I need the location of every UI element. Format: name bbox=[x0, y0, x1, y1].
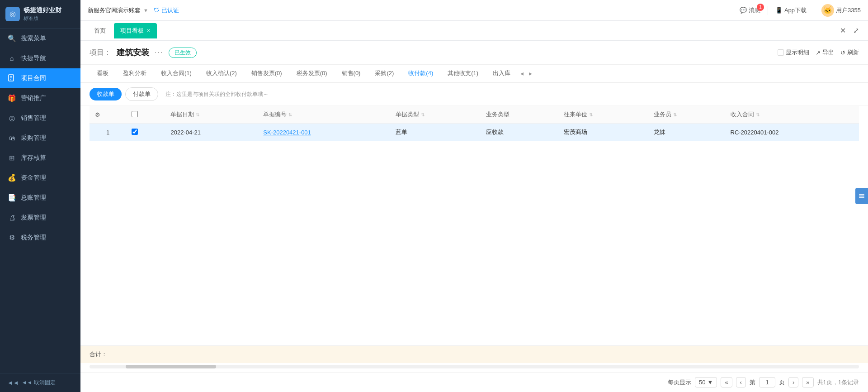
sort-icon: ⇅ bbox=[589, 112, 593, 117]
subtab-tax-invoice[interactable]: 税务发票(0) bbox=[289, 65, 335, 83]
total-row: 合计： bbox=[80, 345, 868, 363]
table-wrap: ⚙ 单据日期 ⇅ bbox=[80, 106, 868, 345]
show-detail-toggle[interactable]: 显示明细 bbox=[778, 48, 809, 57]
th-number-label: 单据编号 bbox=[263, 110, 287, 119]
subtab-income-contract[interactable]: 收入合同(1) bbox=[154, 65, 199, 83]
horizontal-scrollbar[interactable] bbox=[90, 365, 859, 368]
project-more-button[interactable]: ··· bbox=[155, 48, 163, 57]
table-row[interactable]: 1 2022-04-21 SK-20220421-001 蓝单 应收款 宏茂商场 bbox=[90, 124, 859, 141]
tabbar-controls: ✕ ⤢ bbox=[838, 24, 861, 37]
th-date-label: 单据日期 bbox=[170, 110, 194, 119]
unpin-label: ◄◄ 取消固定 bbox=[22, 379, 56, 387]
subtab-prev-button[interactable]: ◂ bbox=[518, 66, 526, 81]
sidebar-item-sales[interactable]: ◎ 销售管理 bbox=[0, 108, 80, 128]
search-icon: 🔍 bbox=[7, 34, 16, 43]
contract-icon bbox=[7, 74, 16, 83]
th-salesperson[interactable]: 业务员 ⇅ bbox=[648, 106, 725, 124]
sidebar-item-marketing[interactable]: 🎁 营销推广 bbox=[0, 88, 80, 108]
th-type[interactable]: 单据类型 ⇅ bbox=[390, 106, 480, 124]
refresh-icon: ↺ bbox=[840, 49, 845, 56]
phone-icon: 📱 bbox=[775, 7, 783, 14]
topbar-project[interactable]: 新服务官网演示账套 ▼ bbox=[88, 6, 148, 14]
row-checkbox[interactable] bbox=[132, 129, 138, 135]
subtab-income-confirm[interactable]: 收入确认(2) bbox=[199, 65, 244, 83]
row-number-cell[interactable]: SK-20220421-001 bbox=[258, 124, 390, 141]
sidebar-item-tax[interactable]: ⚙ 税务管理 bbox=[0, 228, 80, 248]
subtab-receipt[interactable]: 收付款(4) bbox=[401, 65, 440, 83]
sidebar-item-label: 库存核算 bbox=[21, 154, 46, 162]
messages-button[interactable]: 💬 消息 1 bbox=[740, 6, 760, 14]
show-detail-checkbox[interactable] bbox=[778, 49, 784, 56]
subtab-stock[interactable]: 出入库 bbox=[486, 65, 518, 83]
receipt-filter-button[interactable]: 收款单 bbox=[90, 88, 122, 100]
th-partner[interactable]: 往来单位 ⇅ bbox=[558, 106, 648, 124]
subtab-purchase[interactable]: 采购(2) bbox=[368, 65, 401, 83]
subtab-board[interactable]: 看板 bbox=[90, 65, 116, 83]
project-header: 项目： 建筑安装 ··· 已生效 显示明细 ↗ 导出 ↺ 刷新 bbox=[80, 41, 868, 65]
sidebar-item-purchase[interactable]: 🛍 采购管理 bbox=[0, 128, 80, 148]
sidebar-item-contract[interactable]: 项目合同 bbox=[0, 68, 80, 88]
sidebar-item-label: 营销推广 bbox=[21, 94, 46, 102]
per-page-select[interactable]: 50 ▼ bbox=[695, 377, 717, 387]
sidebar-item-label: 税务管理 bbox=[21, 234, 46, 242]
th-income-contract[interactable]: 收入合同 ⇅ bbox=[725, 106, 859, 124]
prev-page-button[interactable]: ‹ bbox=[736, 377, 746, 387]
next-page-button[interactable]: › bbox=[788, 377, 798, 387]
subtab-next-button[interactable]: ▸ bbox=[526, 66, 535, 81]
th-checkbox bbox=[126, 106, 165, 124]
svg-rect-6 bbox=[859, 197, 864, 198]
refresh-button[interactable]: ↺ 刷新 bbox=[840, 48, 859, 57]
page-label: 第 bbox=[750, 378, 755, 387]
payment-filter-button[interactable]: 付款单 bbox=[125, 87, 158, 101]
tab-close-window-button[interactable]: ✕ bbox=[838, 24, 848, 37]
topbar-divider bbox=[768, 6, 768, 15]
sidebar-item-inventory[interactable]: ⊞ 库存核算 bbox=[0, 148, 80, 168]
content-area: 项目： 建筑安装 ··· 已生效 显示明细 ↗ 导出 ↺ 刷新 bbox=[80, 41, 868, 392]
purchase-icon: 🛍 bbox=[7, 134, 16, 143]
per-page-dropdown-icon: ▼ bbox=[708, 379, 713, 386]
th-biz-type-label: 业务类型 bbox=[486, 111, 509, 118]
sort-icon: ⇅ bbox=[288, 112, 292, 117]
th-gear[interactable]: ⚙ bbox=[90, 106, 126, 124]
unpin-icon: ◄◄ bbox=[7, 379, 19, 386]
home-icon: ⌂ bbox=[7, 54, 16, 63]
show-detail-label: 显示明细 bbox=[786, 48, 809, 57]
gear-icon[interactable]: ⚙ bbox=[95, 111, 100, 118]
app-download-button[interactable]: 📱 App下载 bbox=[775, 6, 807, 14]
messages-badge: 1 bbox=[757, 4, 764, 11]
first-page-button[interactable]: « bbox=[721, 377, 732, 387]
row-type: 蓝单 bbox=[390, 124, 480, 141]
sales-icon: ◎ bbox=[7, 114, 16, 123]
sidebar-item-invoice[interactable]: 🖨 发票管理 bbox=[0, 208, 80, 228]
user-label: 用户3355 bbox=[836, 6, 861, 14]
th-date[interactable]: 单据日期 ⇅ bbox=[165, 106, 258, 124]
sidebar-unpin-button[interactable]: ◄◄ ◄◄ 取消固定 bbox=[0, 373, 80, 392]
row-doc-link[interactable]: SK-20220421-001 bbox=[263, 129, 311, 136]
sidebar-item-finance[interactable]: 💰 资金管理 bbox=[0, 168, 80, 188]
row-partner: 宏茂商场 bbox=[558, 124, 648, 141]
tab-close-icon[interactable]: ✕ bbox=[146, 28, 151, 33]
tab-board[interactable]: 项目看板 ✕ bbox=[114, 23, 157, 38]
project-status-badge: 已生效 bbox=[169, 48, 197, 58]
sort-icon: ⇅ bbox=[421, 112, 425, 117]
subtab-profit[interactable]: 盈利分析 bbox=[116, 65, 154, 83]
last-page-button[interactable]: » bbox=[802, 377, 813, 387]
subtab-sales[interactable]: 销售(0) bbox=[335, 65, 368, 83]
row-checkbox-cell bbox=[126, 124, 165, 141]
user-menu[interactable]: 🐱 用户3355 bbox=[821, 4, 861, 17]
sidebar-item-search[interactable]: 🔍 搜索菜单 bbox=[0, 29, 80, 48]
page-input[interactable] bbox=[759, 377, 775, 387]
export-label: 导出 bbox=[822, 48, 834, 57]
select-all-checkbox[interactable] bbox=[132, 111, 138, 117]
subtab-sales-invoice[interactable]: 销售发票(0) bbox=[244, 65, 289, 83]
side-panel-button[interactable] bbox=[855, 188, 868, 204]
export-button[interactable]: ↗ 导出 bbox=[816, 48, 834, 57]
scrollbar-thumb[interactable] bbox=[126, 365, 216, 368]
sidebar-item-ledger[interactable]: 📑 总账管理 bbox=[0, 188, 80, 208]
tab-home[interactable]: 首页 bbox=[88, 23, 112, 38]
subtab-other-expense[interactable]: 其他收支(1) bbox=[440, 65, 486, 83]
tab-maximize-button[interactable]: ⤢ bbox=[851, 24, 861, 37]
tab-bar: 首页 项目看板 ✕ ✕ ⤢ bbox=[80, 21, 868, 41]
th-number[interactable]: 单据编号 ⇅ bbox=[258, 106, 390, 124]
sidebar-item-quicknav[interactable]: ⌂ 快捷导航 bbox=[0, 48, 80, 68]
